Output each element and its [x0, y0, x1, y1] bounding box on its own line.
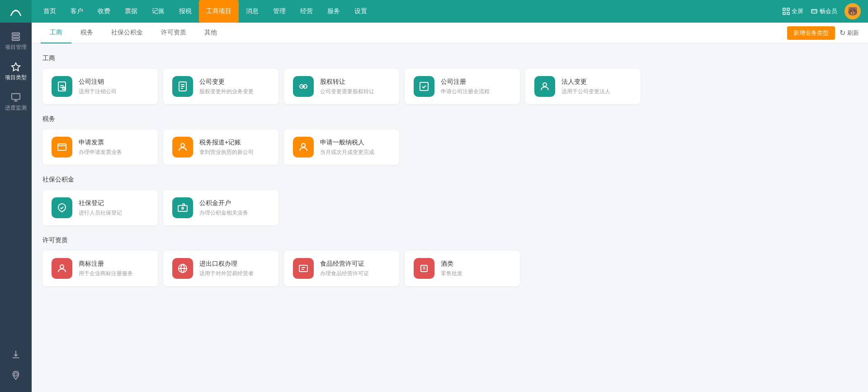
- card-title: 食品经营许可证: [320, 260, 369, 268]
- card-公司变更[interactable]: 公司变更 股权变更外的业务变更: [163, 69, 278, 104]
- card-酒类[interactable]: 酒类 零售批发: [405, 251, 520, 286]
- card-税务报道+记账[interactable]: 税务报道+记账 拿到营业执照的新公司: [163, 129, 278, 165]
- card-desc: 适用于对外贸易经营者: [199, 270, 254, 277]
- svg-rect-7: [12, 39, 20, 41]
- tab-工商[interactable]: 工商: [41, 23, 71, 43]
- nav-item-工商项目[interactable]: 工商项目: [199, 0, 239, 23]
- card-社保登记[interactable]: 社保登记 进行人员社保登记: [42, 190, 158, 225]
- card-申请发票[interactable]: 申请发票 办理申请发票业务: [42, 129, 158, 165]
- card-desc: 办理食品经营许可证: [320, 270, 369, 277]
- card-title: 进出口权办理: [199, 260, 254, 268]
- svg-rect-6: [12, 36, 20, 38]
- sidebar-label: 进度监测: [5, 104, 27, 112]
- card-desc: 股权变更外的业务变更: [199, 88, 254, 96]
- card-desc: 申请公司注册全流程: [441, 88, 490, 96]
- card-desc: 进行人员社保登记: [79, 209, 122, 217]
- svg-point-20: [302, 143, 305, 147]
- section-title-社保公积金: 社保公积金: [42, 176, 857, 184]
- card-icon-申请一般纳税人: [293, 137, 314, 158]
- card-title: 社保登记: [79, 199, 122, 207]
- nav-item-票据[interactable]: 票据: [118, 0, 145, 23]
- card-text-公司变更: 公司变更 股权变更外的业务变更: [199, 78, 254, 96]
- sidebar-location[interactable]: [0, 366, 32, 385]
- sidebar-item-project-management[interactable]: 项目管理: [0, 27, 32, 56]
- card-icon-股权转让: [293, 76, 314, 97]
- nav-items: 首页客户收费票据记账报税工商项目消息管理经营服务设置: [32, 0, 783, 23]
- main-layout: 项目管理 项目类型 进度监测 工商税务社保公积金许可资质其他 新增业务类型: [0, 23, 868, 392]
- sidebar-download[interactable]: [0, 345, 32, 364]
- sidebar: 项目管理 项目类型 进度监测: [0, 23, 32, 392]
- nav-item-客户[interactable]: 客户: [63, 0, 90, 23]
- card-desc: 拿到营业执照的新公司: [199, 148, 254, 156]
- svg-marker-8: [12, 63, 20, 71]
- cards-grid-税务: 申请发票 办理申请发票业务 税务报道+记账 拿到营业执照的新公司 申请一般纳税人…: [42, 129, 857, 165]
- avatar[interactable]: 🐻: [844, 3, 861, 19]
- tab-其他[interactable]: 其他: [195, 23, 226, 43]
- section-title-税务: 税务: [42, 115, 857, 123]
- card-icon-进出口权办理: [172, 258, 193, 279]
- logo: [0, 0, 32, 23]
- card-text-公司注销: 公司注销 适用于注销公司: [79, 78, 117, 96]
- card-title: 公积金开户: [199, 199, 248, 207]
- card-申请一般纳税人[interactable]: 申请一般纳税人 当月或次月成变更完成: [284, 129, 399, 165]
- nav-item-消息[interactable]: 消息: [239, 0, 266, 23]
- card-desc: 适用于注销公司: [79, 88, 117, 96]
- sidebar-item-project-type[interactable]: 项目类型: [0, 57, 32, 86]
- card-食品经营许可证[interactable]: 食品经营许可证 办理食品经营许可证: [284, 251, 399, 286]
- card-text-税务报道+记账: 税务报道+记账 拿到营业执照的新公司: [199, 139, 254, 156]
- svg-rect-21: [178, 206, 187, 211]
- card-公积金开户[interactable]: 公积金开户 办理公积金相关业务: [163, 190, 278, 225]
- tab-税务[interactable]: 税务: [71, 23, 102, 43]
- nav-item-经营[interactable]: 经营: [293, 0, 320, 23]
- card-icon-商标注册: [52, 258, 72, 279]
- scroll-content: 工商 公司注销 适用于注销公司 公司变更 股权变更外的业务变更 股权转让 公: [32, 43, 868, 392]
- card-text-食品经营许可证: 食品经营许可证 办理食品经营许可证: [320, 260, 369, 277]
- svg-rect-5: [12, 33, 20, 35]
- card-title: 商标注册: [79, 260, 133, 268]
- nav-right: 全屏 畅会员 🐻: [783, 3, 868, 19]
- card-icon-公司变更: [172, 76, 193, 97]
- card-icon-公司注册: [414, 76, 434, 97]
- nav-item-首页[interactable]: 首页: [36, 0, 63, 23]
- card-title: 酒类: [441, 260, 462, 268]
- nav-item-收费[interactable]: 收费: [90, 0, 118, 23]
- card-icon-申请发票: [52, 137, 72, 158]
- vip-button[interactable]: 畅会员: [811, 7, 837, 15]
- card-desc: 零售批发: [441, 270, 462, 277]
- refresh-button[interactable]: ↻ 刷新: [840, 29, 859, 37]
- fullscreen-button[interactable]: 全屏: [783, 7, 803, 15]
- card-title: 股权转让: [320, 78, 374, 86]
- card-公司注册[interactable]: 公司注册 申请公司注册全流程: [405, 69, 520, 104]
- svg-rect-18: [58, 144, 66, 150]
- card-desc: 用于企业商标注册服务: [79, 270, 133, 277]
- card-text-酒类: 酒类 零售批发: [441, 260, 462, 277]
- card-title: 申请发票: [79, 139, 122, 147]
- svg-point-22: [182, 207, 184, 209]
- card-商标注册[interactable]: 商标注册 用于企业商标注册服务: [42, 251, 158, 286]
- card-进出口权办理[interactable]: 进出口权办理 适用于对外贸易经营者: [163, 251, 278, 286]
- nav-item-设置[interactable]: 设置: [347, 0, 374, 23]
- nav-item-服务[interactable]: 服务: [320, 0, 347, 23]
- card-法人变更[interactable]: 法人变更 适用于公司变更法人: [525, 69, 641, 104]
- svg-point-19: [181, 143, 184, 147]
- svg-point-17: [543, 83, 547, 86]
- nav-item-记账[interactable]: 记账: [145, 0, 172, 23]
- svg-rect-4: [811, 10, 817, 13]
- sidebar-item-progress[interactable]: 进度监测: [0, 88, 32, 116]
- svg-rect-2: [783, 12, 785, 14]
- card-公司注销[interactable]: 公司注销 适用于注销公司: [42, 69, 158, 104]
- card-text-法人变更: 法人变更 适用于公司变更法人: [561, 78, 610, 96]
- card-title: 公司注销: [79, 78, 117, 86]
- sidebar-bottom: [0, 345, 32, 392]
- new-type-button[interactable]: 新增业务类型: [787, 26, 835, 40]
- tab-社保公积金[interactable]: 社保公积金: [102, 23, 152, 43]
- content-area: 工商税务社保公积金许可资质其他 新增业务类型 ↻ 刷新 工商 公司注销 适用于注…: [32, 23, 868, 392]
- card-text-申请发票: 申请发票 办理申请发票业务: [79, 139, 122, 156]
- card-股权转让[interactable]: 股权转让 公司变更需要股权转让: [284, 69, 399, 104]
- tab-许可资质[interactable]: 许可资质: [152, 23, 195, 43]
- cards-grid-许可资质: 商标注册 用于企业商标注册服务 进出口权办理 适用于对外贸易经营者 食品经营许可…: [42, 251, 857, 286]
- svg-rect-25: [299, 265, 307, 272]
- nav-item-报税[interactable]: 报税: [172, 0, 199, 23]
- cards-grid-社保公积金: 社保登记 进行人员社保登记 公积金开户 办理公积金相关业务: [42, 190, 857, 225]
- nav-item-管理[interactable]: 管理: [266, 0, 293, 23]
